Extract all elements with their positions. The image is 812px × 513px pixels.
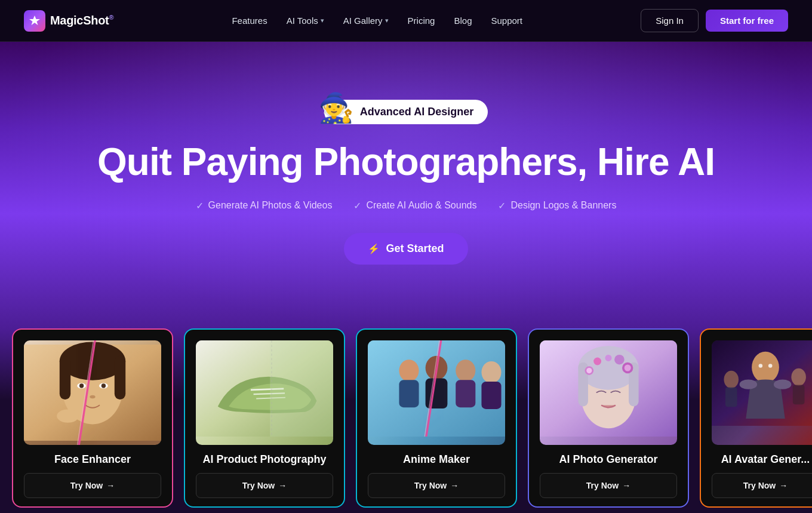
ai-badge-container: 🧙 Advanced AI Designer <box>324 100 488 124</box>
card-title-anime: Anime Maker <box>403 453 470 466</box>
check-icon-2: ✓ <box>353 200 361 211</box>
feature-item-2: ✓ Create AI Audio & Sounds <box>353 200 476 211</box>
svg-point-36 <box>586 368 592 373</box>
nav-ai-tools[interactable]: AI Tools ▾ <box>287 16 324 26</box>
check-icon-3: ✓ <box>498 200 506 211</box>
try-now-anime-button[interactable]: Try Now → <box>368 473 505 498</box>
svg-rect-27 <box>481 382 501 409</box>
svg-point-47 <box>768 364 773 368</box>
card-anime-maker: Anime Maker Try Now → <box>356 328 517 508</box>
card-image-flower <box>540 340 677 445</box>
nav-support[interactable]: Support <box>491 16 523 26</box>
feature-item-3: ✓ Design Logos & Banners <box>498 200 616 211</box>
card-face-enhancer: Face Enhancer Try Now → <box>12 328 173 508</box>
arrow-right-icon-anime: → <box>450 481 459 490</box>
nav-ai-gallery[interactable]: AI Gallery ▾ <box>343 16 389 26</box>
ai-badge: 🧙 Advanced AI Designer <box>324 100 488 124</box>
card-title-product: AI Product Photography <box>203 453 327 466</box>
card-avatar-gen: AI Avatar Gener... Try Now → <box>700 328 812 508</box>
card-title-face: Face Enhancer <box>54 453 131 466</box>
svg-point-44 <box>740 379 757 389</box>
try-now-avatar-label: Try Now <box>743 481 776 490</box>
feature-text-3: Design Logos & Banners <box>510 200 616 211</box>
logo-icon <box>24 10 45 32</box>
try-now-photo-button[interactable]: Try Now → <box>540 473 677 498</box>
card-product-photo: AI Product Photography Try Now → <box>184 328 345 508</box>
try-now-product-label: Try Now <box>242 481 275 490</box>
svg-point-41 <box>605 355 611 361</box>
svg-point-43 <box>752 352 779 383</box>
get-started-button[interactable]: ⚡ Get Started <box>344 233 467 265</box>
arrow-right-icon-face: → <box>106 481 115 490</box>
card-title-avatar: AI Avatar Gener... <box>721 453 810 466</box>
nav-pricing[interactable]: Pricing <box>408 16 435 26</box>
hero-features: ✓ Generate AI Photos & Videos ✓ Create A… <box>196 200 617 211</box>
svg-rect-3 <box>60 355 70 400</box>
svg-point-24 <box>456 360 475 382</box>
ai-gallery-chevron-icon: ▾ <box>385 17 389 24</box>
lightning-icon: ⚡ <box>368 243 380 254</box>
hero-title: Quit Paying Photographers, Hire AI <box>97 141 715 183</box>
nav-features[interactable]: Features <box>232 16 267 26</box>
arrow-right-icon-product: → <box>278 481 287 490</box>
svg-rect-17 <box>270 340 333 437</box>
card-image-face <box>24 340 161 445</box>
svg-point-46 <box>759 364 763 368</box>
svg-rect-51 <box>793 385 805 404</box>
cta-label: Get Started <box>386 242 444 255</box>
card-image-shoe <box>196 340 333 445</box>
card-image-anime <box>368 340 505 445</box>
card-image-warrior <box>712 340 812 445</box>
feature-item-1: ✓ Generate AI Photos & Videos <box>196 200 333 211</box>
arrow-right-icon-photo: → <box>622 481 630 490</box>
logo-link[interactable]: MagicShot® <box>24 10 113 32</box>
ai-tools-chevron-icon: ▾ <box>321 17 324 24</box>
svg-point-38 <box>625 364 631 371</box>
nav-links: Features AI Tools ▾ AI Gallery ▾ Pricing… <box>232 16 522 26</box>
signin-button[interactable]: Sign In <box>641 9 699 32</box>
try-now-avatar-button[interactable]: Try Now → <box>712 473 812 498</box>
feature-text-2: Create AI Audio & Sounds <box>366 200 476 211</box>
svg-point-50 <box>791 368 806 386</box>
card-title-photo: AI Photo Generator <box>559 453 657 466</box>
start-free-button[interactable]: Start for free <box>706 10 788 32</box>
svg-rect-49 <box>725 388 737 407</box>
svg-point-48 <box>724 371 739 388</box>
svg-rect-4 <box>115 355 125 400</box>
svg-point-39 <box>593 358 601 365</box>
svg-point-10 <box>57 410 79 423</box>
wizard-icon: 🧙 <box>318 94 354 122</box>
svg-rect-25 <box>456 380 475 407</box>
nav-actions: Sign In Start for free <box>641 9 788 32</box>
card-photo-gen: AI Photo Generator Try Now → <box>528 328 689 508</box>
svg-rect-23 <box>426 378 448 408</box>
check-icon-1: ✓ <box>196 200 204 211</box>
logo-text: MagicShot® <box>50 14 113 27</box>
try-now-photo-label: Try Now <box>586 481 619 490</box>
badge-text: Advanced AI Designer <box>360 106 473 118</box>
svg-rect-21 <box>399 380 419 407</box>
svg-point-26 <box>481 361 501 383</box>
try-now-face-button[interactable]: Try Now → <box>24 473 161 498</box>
cards-track: Face Enhancer Try Now → <box>0 328 812 508</box>
svg-point-20 <box>399 360 419 382</box>
svg-point-7 <box>79 383 84 388</box>
svg-point-45 <box>774 379 791 389</box>
try-now-anime-label: Try Now <box>414 481 447 490</box>
feature-text-1: Generate AI Photos & Videos <box>208 200 333 211</box>
cards-section: Face Enhancer Try Now → <box>0 328 812 508</box>
hero-section: 🧙 Advanced AI Designer Quit Paying Photo… <box>0 42 812 328</box>
try-now-face-label: Try Now <box>70 481 103 490</box>
svg-point-9 <box>90 395 95 399</box>
nav-blog[interactable]: Blog <box>454 16 472 26</box>
navbar: MagicShot® Features AI Tools ▾ AI Galler… <box>0 0 812 42</box>
arrow-right-icon-avatar: → <box>779 481 788 490</box>
try-now-product-button[interactable]: Try Now → <box>196 473 333 498</box>
svg-point-40 <box>614 355 625 365</box>
svg-point-8 <box>102 383 106 388</box>
